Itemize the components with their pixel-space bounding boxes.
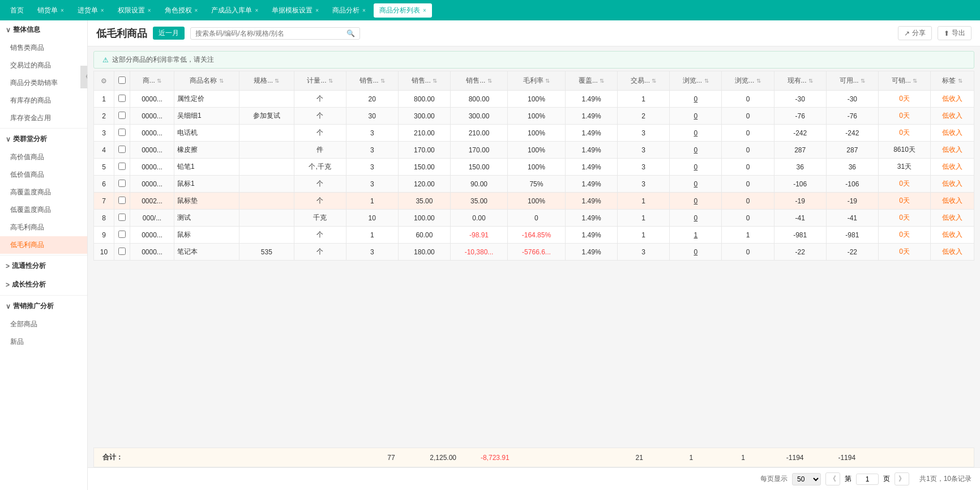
search-icon[interactable]: 🔍 xyxy=(346,29,355,37)
td-checkbox[interactable] xyxy=(114,142,130,159)
sidebar-item-sales-goods[interactable]: 销售类商品 xyxy=(0,39,87,57)
sidebar-item-sales-rate[interactable]: 商品分类助销率 xyxy=(0,74,87,92)
nav-template[interactable]: 单据模板设置 × xyxy=(266,3,324,18)
sidebar-group-marketing[interactable]: ∨ 营销推广分析 xyxy=(0,297,87,316)
td-browse1[interactable]: 0 xyxy=(670,159,722,176)
th-stock1[interactable]: 现有... ⇅ xyxy=(774,71,826,91)
td-browse1[interactable]: 0 xyxy=(670,193,722,210)
search-input[interactable] xyxy=(195,29,346,37)
nav-purchase[interactable]: 进货单 × xyxy=(72,3,110,18)
td-checkbox[interactable] xyxy=(114,244,130,261)
warning-icon: ⚠ xyxy=(102,56,109,64)
page-input[interactable] xyxy=(856,474,879,485)
sidebar-group-growth[interactable]: > 成长性分析 xyxy=(0,275,87,294)
td-browse1[interactable]: 0 xyxy=(670,142,722,159)
sidebar-item-all-goods[interactable]: 全部商品 xyxy=(0,316,87,333)
td-browse2: 0 xyxy=(722,91,774,108)
per-page-select[interactable]: 50 100 200 xyxy=(792,473,821,485)
td-sales3: 170.00 xyxy=(451,142,508,159)
th-stock2[interactable]: 可用... ⇅ xyxy=(826,71,878,91)
td-trade: 3 xyxy=(618,125,670,142)
th-sales1[interactable]: 销售... ⇅ xyxy=(346,71,398,91)
th-tag[interactable]: 标签 ⇅ xyxy=(931,71,974,91)
td-stock3: 0天 xyxy=(878,244,930,261)
td-checkbox[interactable] xyxy=(114,91,130,108)
td-sales1: 30 xyxy=(346,108,398,125)
sidebar-item-high-coverage[interactable]: 高覆盖度商品 xyxy=(0,184,87,201)
th-checkbox[interactable] xyxy=(114,71,130,91)
export-button[interactable]: ⬆ 导出 xyxy=(938,26,972,40)
sidebar-group-flow[interactable]: > 流通性分析 xyxy=(0,257,87,275)
th-code[interactable]: 商... ⇅ xyxy=(130,71,174,91)
sidebar-item-low-value[interactable]: 低价值商品 xyxy=(0,166,87,184)
nav-permissions[interactable]: 权限设置 × xyxy=(112,3,157,18)
close-icon[interactable]: × xyxy=(195,7,198,14)
sidebar-item-traded-goods[interactable]: 交易过的商品 xyxy=(0,57,87,74)
th-name[interactable]: 商品名称 ⇅ xyxy=(174,71,239,91)
close-icon[interactable]: × xyxy=(61,7,64,14)
td-checkbox[interactable] xyxy=(114,210,130,227)
th-trade[interactable]: 交易... ⇅ xyxy=(618,71,670,91)
sidebar-item-new-goods[interactable]: 新品 xyxy=(0,333,87,351)
sidebar-group-overall[interactable]: ∨ 整体信息 xyxy=(0,20,87,39)
nav-product-in[interactable]: 产成品入库单 × xyxy=(206,3,264,18)
prev-page-button[interactable]: 《 xyxy=(825,472,840,485)
td-checkbox[interactable] xyxy=(114,227,130,244)
th-browse1[interactable]: 浏览... ⇅ xyxy=(670,71,722,91)
th-coverage[interactable]: 覆盖... ⇅ xyxy=(565,71,617,91)
close-icon[interactable]: × xyxy=(423,7,426,14)
td-checkbox[interactable] xyxy=(114,176,130,193)
search-box[interactable]: 🔍 xyxy=(190,27,360,40)
select-all-checkbox[interactable] xyxy=(118,76,126,84)
sidebar-item-low-margin[interactable]: 低毛利商品 xyxy=(0,236,87,254)
td-checkbox[interactable] xyxy=(114,159,130,176)
sidebar-item-high-margin[interactable]: 高毛利商品 xyxy=(0,219,87,236)
table-wrapper[interactable]: ⚙ 商... ⇅ 商品名称 ⇅ 规格... ⇅ 计量... ⇅ 销售... ⇅ … xyxy=(88,71,980,448)
nav-sales[interactable]: 销货单 × xyxy=(32,3,70,18)
close-icon[interactable]: × xyxy=(148,7,151,14)
next-page-button[interactable]: 》 xyxy=(895,472,909,485)
td-browse1[interactable]: 0 xyxy=(670,91,722,108)
td-browse1[interactable]: 1 xyxy=(670,227,722,244)
sidebar-collapse-btn[interactable]: 《 xyxy=(80,66,88,88)
th-spec[interactable]: 规格... ⇅ xyxy=(239,71,294,91)
close-icon[interactable]: × xyxy=(101,7,104,14)
table-row: 4 0000... 橡皮擦 件 3 170.00 170.00 100% 1.4… xyxy=(94,142,974,159)
td-stock2: -242 xyxy=(826,125,878,142)
settings-icon[interactable]: ⚙ xyxy=(101,77,107,85)
td-checkbox[interactable] xyxy=(114,108,130,125)
close-icon[interactable]: × xyxy=(315,7,319,14)
td-browse1[interactable]: 0 xyxy=(670,244,722,261)
td-browse1[interactable]: 0 xyxy=(670,176,722,193)
th-stock3[interactable]: 可销... ⇅ xyxy=(878,71,930,91)
sidebar-item-stocked-goods[interactable]: 有库存的商品 xyxy=(0,92,87,109)
share-button[interactable]: ↗ 分享 xyxy=(898,26,932,40)
sidebar-item-stock-funds[interactable]: 库存资金占用 xyxy=(0,109,87,127)
close-icon[interactable]: × xyxy=(362,7,366,14)
close-icon[interactable]: × xyxy=(255,7,258,14)
td-checkbox[interactable] xyxy=(114,193,130,210)
sidebar-item-low-coverage[interactable]: 低覆盖度商品 xyxy=(0,201,87,219)
td-unit: 个 xyxy=(294,244,346,261)
td-margin: 75% xyxy=(507,176,565,193)
filter-button[interactable]: 近一月 xyxy=(153,27,185,40)
td-browse1[interactable]: 0 xyxy=(670,210,722,227)
th-browse2[interactable]: 浏览... ⇅ xyxy=(722,71,774,91)
th-unit[interactable]: 计量... ⇅ xyxy=(294,71,346,91)
nav-home[interactable]: 首页 xyxy=(5,3,29,18)
th-settings[interactable]: ⚙ xyxy=(94,71,114,91)
sidebar-item-high-value[interactable]: 高价值商品 xyxy=(0,148,87,166)
th-sales3[interactable]: 销售... ⇅ xyxy=(451,71,508,91)
td-browse1[interactable]: 0 xyxy=(670,125,722,142)
td-browse2: 0 xyxy=(722,210,774,227)
td-browse1[interactable]: 0 xyxy=(670,108,722,125)
nav-role[interactable]: 角色授权 × xyxy=(159,3,204,18)
nav-product-analysis-list[interactable]: 商品分析列表 × xyxy=(374,3,432,18)
td-checkbox[interactable] xyxy=(114,125,130,142)
th-margin[interactable]: 毛利率 ⇅ xyxy=(507,71,565,91)
th-sales2[interactable]: 销售... ⇅ xyxy=(398,71,450,91)
nav-product-analysis[interactable]: 商品分析 × xyxy=(327,3,371,18)
sidebar-group-cluster[interactable]: ∨ 类群堂分析 xyxy=(0,130,87,148)
td-sales1: 3 xyxy=(346,142,398,159)
sidebar: 《 ∨ 整体信息 销售类商品 交易过的商品 商品分类助销率 有库存的商品 库存资… xyxy=(0,20,88,490)
